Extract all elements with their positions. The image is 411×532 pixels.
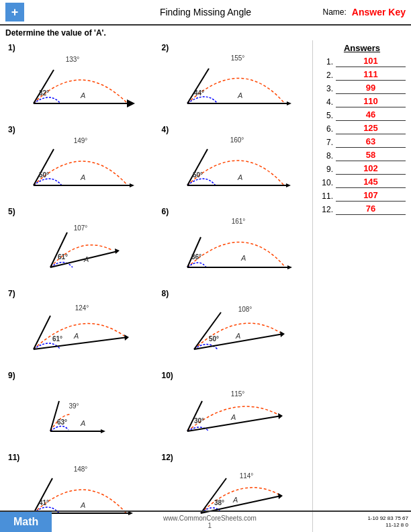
answer-value: 99: [336, 83, 406, 94]
answer-num: 8.: [318, 151, 333, 161]
known-angle-6: 36°: [191, 253, 201, 261]
math-badge: Math: [0, 512, 52, 532]
a-label-8: A: [235, 332, 240, 340]
a-label-4: A: [237, 173, 242, 181]
problem-9: 9) 39° 63° A: [3, 368, 156, 450]
answer-value: 111: [336, 69, 406, 81]
answer-value: 46: [336, 109, 406, 121]
a-label-12: A: [232, 496, 238, 504]
outer-angle-5: 107°: [74, 224, 88, 232]
website-label: www.CommonCoreSheets.com: [52, 515, 367, 522]
answer-row: 7. 63: [318, 136, 406, 148]
outer-angle-8: 108°: [238, 306, 252, 313]
answer-value: 110: [336, 96, 406, 107]
known-angle-11: 41°: [39, 499, 49, 506]
problem-10: 10) 115° 30° A: [156, 368, 310, 450]
diagram-6: 161° 36° A: [167, 214, 302, 281]
outer-angle-3: 149°: [74, 137, 88, 144]
problem-7: 7) 124° 61° A: [3, 286, 156, 368]
known-angle-9: 63°: [57, 418, 67, 426]
diagram-8: 108° 50° A: [167, 296, 302, 363]
outer-angle-7: 124°: [75, 304, 89, 312]
answer-row: 2. 111: [318, 69, 406, 81]
answer-key-label: Answer Key: [352, 7, 406, 17]
answer-row: 11. 107: [318, 190, 406, 202]
answer-value: 63: [336, 136, 406, 148]
answer-num: 11.: [318, 191, 333, 201]
stat-range-1: 1-10 92 83 75 67: [367, 515, 408, 522]
name-label: Name:: [323, 7, 347, 17]
answer-num: 5.: [318, 111, 333, 120]
outer-angle-2: 155°: [230, 54, 244, 62]
instructions: Determine the value of 'A'.: [0, 26, 411, 40]
stat-range-2: 11-12 8 0: [367, 522, 408, 529]
diagram-7: 124° 61° A: [13, 296, 148, 363]
footer-stats: 1-10 92 83 75 67 11-12 8 0: [367, 515, 411, 529]
page-number: 1: [52, 522, 367, 529]
svg-line-20: [194, 312, 221, 349]
svg-line-26: [187, 401, 202, 431]
a-label-5: A: [83, 255, 89, 263]
diagram-4: 160° 50° A: [167, 132, 302, 199]
answer-row: 12. 76: [318, 204, 406, 215]
problem-1: 1) 133°: [3, 40, 156, 122]
problem-5: 5) 107° 61° A: [3, 204, 156, 286]
svg-line-17: [34, 316, 50, 349]
outer-angle-12: 114°: [239, 472, 253, 480]
diagram-5: 107° 61° A: [13, 214, 148, 281]
svg-marker-34: [278, 493, 283, 499]
answers-panel: Answers 1. 1012. 1113. 994. 1105. 466. 1…: [312, 40, 411, 532]
outer-angle-10: 115°: [230, 390, 244, 398]
known-angle-12: 38°: [214, 499, 224, 506]
svg-marker-13: [115, 249, 120, 254]
answer-value: 125: [336, 123, 406, 134]
diagram-3: 149° 50° A: [13, 132, 148, 199]
answer-num: 3.: [318, 84, 333, 93]
svg-marker-7: [130, 183, 134, 187]
diagram-2: 155° 44° A: [167, 50, 302, 117]
known-angle-5: 61°: [58, 253, 68, 261]
header: + Finding Missing Angle Name: Answer Key: [0, 0, 411, 26]
footer-center: www.CommonCoreSheets.com 1: [52, 515, 367, 529]
known-angle-7: 61°: [52, 335, 62, 343]
known-angle-1: 32°: [39, 89, 49, 97]
answer-num: 9.: [318, 165, 333, 174]
problem-3: 3) 149° 50° A: [3, 122, 156, 204]
answer-row: 3. 99: [318, 83, 406, 94]
outer-angle-1: 133°: [66, 56, 80, 63]
a-label-9: A: [80, 419, 85, 427]
known-angle-8: 50°: [209, 335, 219, 343]
known-angle-4: 50°: [193, 171, 203, 179]
a-label-10: A: [230, 413, 236, 421]
answer-row: 5. 46: [318, 109, 406, 121]
answer-value: 107: [336, 190, 406, 202]
a-label-1: A: [80, 91, 85, 99]
diagram-1: 133° 32° A: [13, 50, 148, 117]
answer-value: 101: [336, 56, 406, 67]
known-angle-3: 50°: [39, 171, 49, 179]
answers-title: Answers: [318, 43, 406, 53]
a-label-7: A: [73, 332, 79, 340]
answer-value: 58: [336, 150, 406, 161]
answer-num: 12.: [318, 205, 333, 214]
a-label-6: A: [240, 254, 246, 262]
svg-marker-28: [278, 413, 283, 419]
answer-row: 1. 101: [318, 56, 406, 67]
a-label-2: A: [237, 91, 242, 99]
page-title: Finding Missing Angle: [160, 7, 251, 17]
answer-value: 145: [336, 177, 406, 188]
svg-marker-4: [287, 101, 291, 105]
answer-row: 4. 110: [318, 96, 406, 107]
problems-grid: 1) 133°: [3, 40, 310, 532]
logo-icon: +: [5, 3, 24, 21]
answer-num: 10.: [318, 178, 333, 187]
answer-row: 9. 102: [318, 163, 406, 175]
a-label-11: A: [80, 501, 85, 509]
problem-6: 6) 161° 36° A: [156, 204, 310, 286]
answer-num: 6.: [318, 124, 333, 134]
answer-num: 2.: [318, 71, 333, 80]
outer-angle-6: 161°: [231, 218, 245, 225]
known-angle-2: 44°: [194, 89, 204, 97]
main-content: 1) 133°: [0, 40, 411, 532]
answer-row: 8. 58: [318, 150, 406, 161]
